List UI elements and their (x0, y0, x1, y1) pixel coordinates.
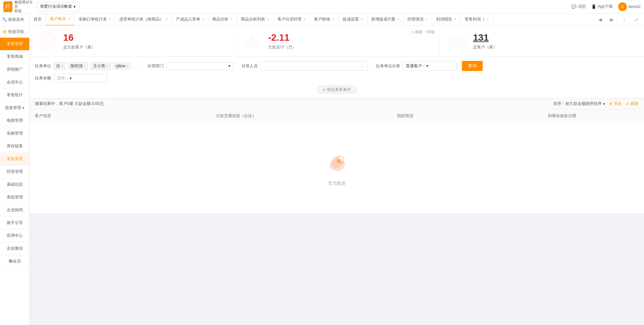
tab-close-customer-segment[interactable]: × (304, 17, 306, 21)
tab-close-retail-profit[interactable]: × (487, 17, 489, 21)
sidebar-item-basic-info[interactable]: 基础信息 (0, 178, 29, 191)
tab-close-customer-contact[interactable]: × (332, 17, 334, 21)
sidebar-item-retail-stats[interactable]: 零售统计 (0, 89, 29, 102)
sidebar-item-marketing[interactable]: 营销推广 (0, 63, 29, 76)
tab-nav-right[interactable]: ▶ (607, 17, 616, 22)
refresh-icon: ↺ (626, 102, 629, 106)
tab-close-new-promotion[interactable]: × (397, 17, 399, 21)
tab-new-promotion[interactable]: 新增提成方案 × (367, 13, 404, 26)
stat-help-area: ▷ 视频 ? 帮助 (412, 30, 435, 35)
sidebar-item-purchase[interactable]: 采购管理 (0, 127, 29, 140)
stats-row: ¥ 16 总欠款客户（家） -2. (30, 26, 644, 57)
sidebar-item-retail-mall[interactable]: 零售商城 (0, 50, 29, 63)
sidebar-item-retail-mgmt[interactable]: 零售管理 (0, 38, 29, 50)
results-bar: 搜索结果中，客户0家 欠款金额 0.00元 排序：按欠款金额倒序排序 ▾ ⬆ 导… (30, 98, 644, 110)
tab-product-inbound[interactable]: 产成品入库单 × (172, 13, 209, 26)
logo-area: 好 畅捷通好生意 标版 (3, 0, 33, 13)
sidebar-item-operations[interactable]: 经营管理 (0, 166, 29, 178)
page-content: ¥ 16 总欠款客户（家） -2. (30, 26, 644, 325)
tab-product-analysis[interactable]: 商品分析 × (208, 13, 237, 26)
stat-value-customers[interactable]: 131 (473, 32, 636, 43)
tab-home[interactable]: 首页 (30, 13, 46, 26)
stat-value-debt: -2.11 (268, 32, 431, 43)
person-filter-select[interactable]: ... (260, 61, 368, 71)
sidebar-item-enterprise[interactable]: 企业协同 (0, 204, 29, 217)
tab-close-product-analysis[interactable]: × (230, 17, 232, 21)
tab-retail-profit[interactable]: 零售利润（ × (461, 13, 493, 26)
query-button[interactable]: 查询 (462, 61, 483, 71)
empty-icon (324, 149, 350, 176)
tab-operations-status[interactable]: 经营情况 × (403, 13, 432, 26)
tab-menu[interactable]: ⋮ (619, 17, 629, 22)
filter-tag-cjttcw-close[interactable]: × (127, 64, 129, 68)
tab-promotion-settings[interactable]: 提成设置 × (339, 13, 367, 26)
empty-state: 暂无数据 (30, 122, 644, 213)
sidebar-item-member-center[interactable]: 会员中心 (0, 76, 29, 89)
sort-selector[interactable]: 排序：按欠款金额倒序排序 ▾ (553, 101, 605, 107)
user-avatar[interactable]: D demo2 (618, 2, 641, 11)
tab-close-purchase-order[interactable]: × (109, 17, 111, 21)
category-tag-close[interactable]: × (423, 64, 425, 68)
sidebar-item-enterprise-wechat[interactable]: 企业微信 (0, 242, 29, 255)
filter-more-btn[interactable]: ... (133, 63, 139, 69)
logo-icon: 好 (3, 1, 12, 12)
tab-customer-contact[interactable]: 客户联络 × (310, 13, 339, 26)
video-help-link[interactable]: ▷ 视频 (412, 30, 422, 35)
sidebar-item-new-guide[interactable]: 新手引导 (0, 217, 29, 229)
col-header-debt: 欠款交易信息（占比） (216, 113, 397, 119)
filter-tag-wu-close[interactable]: × (61, 64, 63, 68)
export-button[interactable]: ⬆ 导出 (609, 101, 622, 107)
tab-close-product-analysis-list[interactable]: × (267, 17, 269, 21)
empty-text: 暂无数据 (328, 180, 346, 186)
tab-profit-report[interactable]: 利润报告 × (432, 13, 461, 26)
app-download-button[interactable]: 📱 App下载 (591, 4, 613, 9)
tab-customer-segment[interactable]: 客户分层经营 × (273, 13, 310, 26)
tab-close-promotion-settings[interactable]: × (361, 17, 363, 21)
col-header-customer: 客户信息 (35, 113, 216, 119)
tab-close-customer-book[interactable]: × (68, 17, 70, 21)
help-link[interactable]: ? 帮助 (425, 30, 435, 35)
filter-tag-wangxiaoliang-close[interactable]: × (106, 64, 108, 68)
category-filter-select[interactable]: 普通客户 × ▾ (403, 62, 457, 71)
filter-tag-chenminqiang-close[interactable]: × (84, 64, 86, 68)
avatar: D (618, 2, 627, 11)
collapse-button[interactable]: ∧ 收起更多条件 (317, 85, 357, 94)
unit-filter-label: 往来单位 (35, 63, 51, 69)
filter-area: 往来单位 伍 × 陈民强 × 王小亮 × cjttcw (30, 57, 644, 98)
message-button[interactable]: 💬 消息 (571, 4, 586, 9)
sort-label: 排序：按欠款金额倒序排序 (553, 101, 602, 107)
chevron-down-icon-balance: ▾ (70, 76, 72, 81)
sidebar-item-finance[interactable]: 资金管理 (0, 153, 29, 166)
tab-purchase-order-stats[interactable]: 采购订单统计表 × (75, 13, 115, 26)
app-icon: 📱 (591, 4, 596, 9)
tab-close-product-inbound[interactable]: × (202, 17, 204, 21)
tab-customer-book[interactable]: 客户账本 × (46, 13, 75, 26)
sidebar-item-ecommerce[interactable]: 电商管理 (0, 114, 29, 127)
tab-inbound-stats[interactable]: 进货单统计表（按商品） × (115, 13, 172, 26)
balance-filter-select[interactable]: 选择... ▾ (54, 74, 108, 83)
filter-row-2: 往来余额 选择... ▾ (35, 74, 639, 83)
tab-product-analysis-list[interactable]: 商品分析列表 × (237, 13, 273, 26)
store-selector[interactable]: 母婴行业演示帐套 ▾ (36, 2, 79, 11)
chevron-down-icon-dept: ▾ (228, 64, 230, 68)
sidebar-item-vip-member[interactable]: 畅会员 (0, 255, 29, 268)
tab-close-inbound[interactable]: × (166, 17, 168, 21)
tab-nav-left[interactable]: ◀ (596, 17, 605, 22)
sidebar-item-search[interactable]: 🔍 搜索菜单 (0, 13, 29, 26)
sidebar-item-quick-nav[interactable]: ⭐ 快捷导航 (0, 26, 29, 38)
sidebar-item-inventory[interactable]: 库存核算 (0, 140, 29, 153)
sidebar-item-sys-mgmt[interactable]: 系统管理 (0, 191, 29, 204)
dept-filter-select[interactable]: ▾ (166, 62, 233, 70)
top-bar: 好 畅捷通好生意 标版 母婴行业演示帐套 ▾ 💬 消息 📱 App下载 D de… (0, 0, 644, 13)
person-filter-more[interactable]: ... (359, 63, 365, 69)
sidebar-item-app-center[interactable]: 应用中心 (0, 229, 29, 242)
refresh-button[interactable]: ↺ 刷新 (626, 101, 639, 107)
tab-close-operations[interactable]: × (426, 17, 428, 21)
sidebar-item-wholesale-mgmt[interactable]: 批发管理 ▾ (0, 102, 29, 114)
chevron-down-icon-category: ▾ (426, 64, 428, 68)
stat-value-credit: 16 (63, 32, 226, 43)
tab-expand[interactable]: ⤢ (632, 17, 641, 22)
balance-filter-label: 往来余额 (35, 75, 51, 81)
tab-close-profit[interactable]: × (454, 17, 456, 21)
tab-bar-controls: ◀ ▶ ⋮ ⤢ (593, 17, 644, 22)
